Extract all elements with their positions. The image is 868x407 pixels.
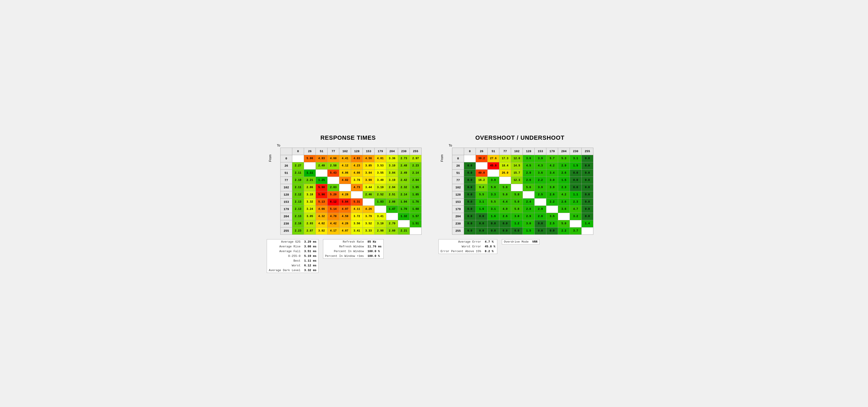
os-cell: 2.2 [535, 177, 546, 184]
rt-cell: 2.46 [363, 191, 375, 198]
rt-cell: 2.51 [386, 191, 398, 198]
table-row: 1530.03.15.54.45.02.42.22.62.30.0 [452, 198, 593, 206]
rt-cell: 2.86 [304, 184, 316, 191]
avg-fall-label: Average Fall [267, 249, 302, 254]
os-cell: 0.0 [464, 227, 476, 234]
overdrive-mode-value: VRR [530, 240, 539, 244]
os-cell: 0.0 [464, 220, 476, 227]
overshoot-matrix-area: 0265177102128153179204230255039.227.617.… [452, 148, 593, 235]
table-row: 1020.09.45.05.85.63.93.92.30.00.0 [452, 184, 593, 191]
error-above-15-value: 8.2 % [483, 249, 497, 254]
table-row: 2550.00.00.00.00.01.50.00.02.23.7 [452, 227, 593, 234]
rt-cell: 2.13 [292, 213, 304, 220]
rt-cell [304, 162, 316, 169]
rt-col-header: 128 [351, 148, 363, 155]
os-cell: 3.4 [546, 169, 558, 177]
os-cell: 1.6 [488, 213, 499, 220]
rt-cell: 3.32 [304, 198, 316, 206]
rt-cell [398, 220, 410, 227]
os-cell: 15.7 [511, 169, 523, 177]
os-cell: 3.9 [488, 177, 499, 184]
os-cell: 0.0 [476, 227, 488, 234]
table-row: 2300.00.00.00.01.23.00.02.55.01.4 [452, 220, 593, 227]
os-cell: 3.6 [535, 169, 546, 177]
rt-cell: 4.07 [339, 227, 351, 234]
os-cell: 0.0 [476, 213, 488, 220]
rt-cell: 3.19 [386, 177, 398, 184]
os-col-header: 77 [499, 148, 511, 155]
rt-cell: 2.73 [398, 155, 410, 162]
os-cell: 26.0 [499, 169, 511, 177]
rt-cell: 5.14 [328, 206, 339, 213]
os-col-header: 153 [535, 148, 546, 155]
rt-cell: 3.18 [304, 191, 316, 198]
os-cell: 12.0 [511, 155, 523, 162]
rt-cell: 2.58 [328, 162, 339, 169]
os-cell: 2.9 [535, 206, 546, 213]
os-cell: 5.5 [488, 198, 499, 206]
rt-cell: 3.33 [363, 227, 375, 234]
os-cell [476, 162, 488, 169]
rt-cell: 5.90 [316, 191, 328, 198]
os-col-header: 179 [546, 148, 558, 155]
os-cell: 1.1 [570, 191, 582, 198]
rt-cell: 3.49 [375, 177, 386, 184]
os-cell: 2.3 [558, 184, 570, 191]
os-cell: 5.8 [499, 184, 511, 191]
rt-row-header: 26 [281, 162, 292, 169]
rt-cell [328, 177, 339, 184]
os-cell: 2.9 [523, 169, 535, 177]
os-cell: 0.0 [582, 177, 593, 184]
os-cell: 1.2 [511, 220, 523, 227]
rt-cell: 4.02 [316, 220, 328, 227]
best-label: Best [267, 258, 302, 263]
os-cell: 1.4 [582, 220, 593, 227]
os-cell: 1.6 [476, 206, 488, 213]
os-cell: 3.0 [546, 177, 558, 184]
rt-cell [316, 169, 328, 177]
os-cell: 0.0 [476, 220, 488, 227]
rt-cell: 4.56 [363, 155, 375, 162]
rt-cell [292, 155, 304, 162]
worst-error-label: Worst Error [439, 244, 483, 249]
rt-cell: 3.19 [375, 184, 386, 191]
response-times-matrix-wrapper: To From 026517710212815317920423025505.0… [267, 144, 430, 235]
rt-col-header: 255 [410, 148, 422, 155]
os-col-header: 0 [464, 148, 476, 155]
os-cell: 0.0 [488, 227, 499, 234]
rt-cell: 5.43 [328, 169, 339, 177]
rt-cell: 4.83 [351, 155, 363, 162]
best-value: 1.11 ms [302, 258, 318, 263]
os-cell [499, 177, 511, 184]
os-cell: 2.6 [558, 169, 570, 177]
os-cell: 3.9 [535, 184, 546, 191]
os-cell: 0.0 [499, 227, 511, 234]
os-cell: 40.0 [476, 169, 488, 177]
rt-cell [386, 213, 398, 220]
rt-col-header: 26 [304, 148, 316, 155]
rt-cell: 2.98 [375, 227, 386, 234]
rt-cell: 3.44 [363, 184, 375, 191]
os-cell: 4.2 [558, 191, 570, 198]
sections-row: RESPONSE TIMES To From 02651771021281531… [267, 134, 601, 273]
table-row: 260.045.818.414.54.54.34.22.91.50.0 [452, 162, 593, 169]
os-cell: 5.0 [558, 220, 570, 227]
rt-cell: 4.97 [339, 206, 351, 213]
os-row-header: 153 [452, 198, 464, 206]
os-row-header: 179 [452, 206, 464, 213]
os-cell: 2.9 [523, 213, 535, 220]
os-cell: 12.3 [511, 177, 523, 184]
rt-cell: 1.95 [410, 184, 422, 191]
rt-cell: 3.72 [351, 213, 363, 220]
os-cell: 0.0 [570, 177, 582, 184]
os-cell: 3.5 [546, 213, 558, 220]
rt-row-header: 51 [281, 169, 292, 177]
overshoot-stats-row: Average Error4.7 % Worst Error45.8 % Err… [438, 239, 601, 254]
response-times-matrix-area: 026517710212815317920423025505.064.834.6… [280, 148, 422, 235]
os-cell: 2.6 [523, 177, 535, 184]
response-times-table: 026517710212815317920423025505.064.834.6… [280, 148, 422, 235]
os-col-header: 102 [511, 148, 523, 155]
rt-cell: 4.32 [316, 213, 328, 220]
os-cell: 39.2 [476, 155, 488, 162]
rt-cell: 2.04 [410, 177, 422, 184]
